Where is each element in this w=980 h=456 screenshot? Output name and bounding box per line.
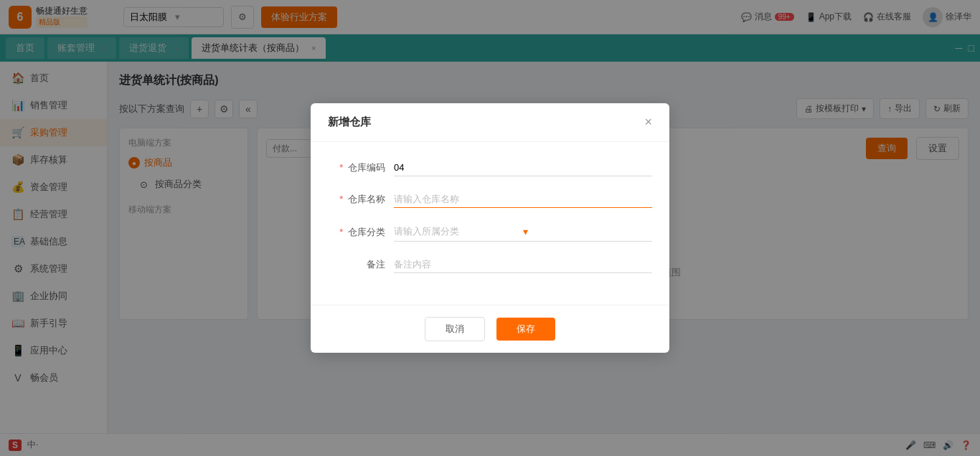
modal-footer: 取消 保存 <box>311 305 669 353</box>
warehouse-name-input[interactable] <box>394 191 652 208</box>
form-row-code: * 仓库编码 <box>328 159 652 176</box>
warehouse-note-input[interactable] <box>394 256 652 273</box>
name-label: * 仓库名称 <box>328 193 385 206</box>
warehouse-category-select[interactable]: 请输入所属分类 ▾ <box>394 222 652 242</box>
modal-title: 新增仓库 <box>328 115 371 129</box>
modal-overlay: 新增仓库 × * 仓库编码 * 仓库名称 <box>0 0 980 456</box>
code-label: * 仓库编码 <box>328 161 385 174</box>
required-star-category: * <box>339 227 343 237</box>
form-row-name: * 仓库名称 <box>328 191 652 208</box>
modal-close-button[interactable]: × <box>644 115 652 130</box>
save-button[interactable]: 保存 <box>496 318 555 341</box>
warehouse-code-input[interactable] <box>394 159 652 176</box>
modal-header: 新增仓库 × <box>311 103 669 142</box>
form-row-category: * 仓库分类 请输入所属分类 ▾ <box>328 222 652 242</box>
form-row-note: 备注 <box>328 256 652 273</box>
required-star-code: * <box>339 162 343 173</box>
modal-body: * 仓库编码 * 仓库名称 * 仓库分类 请输入所属 <box>311 142 669 305</box>
note-label: 备注 <box>328 258 385 271</box>
category-dropdown-arrow: ▾ <box>523 226 652 237</box>
category-placeholder: 请输入所属分类 <box>394 225 523 238</box>
add-warehouse-modal: 新增仓库 × * 仓库编码 * 仓库名称 <box>311 103 669 353</box>
required-star-name: * <box>339 194 343 204</box>
cancel-button[interactable]: 取消 <box>425 317 485 341</box>
category-label: * 仓库分类 <box>328 226 385 239</box>
